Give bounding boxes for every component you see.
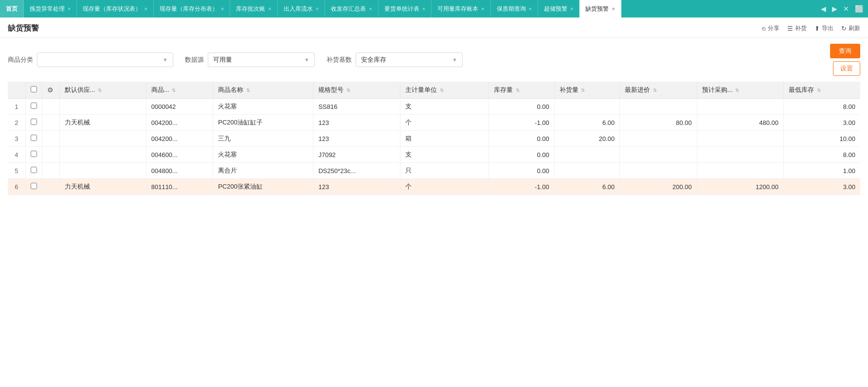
cell-code: 801110... xyxy=(146,179,213,195)
tab-order-stats[interactable]: 要货单统计表 × xyxy=(379,0,432,18)
cell-spec: 123 xyxy=(313,131,400,147)
datasource-value: 可用量 xyxy=(213,55,232,64)
cell-name: PC200油缸缸子 xyxy=(213,115,313,131)
cell-gear xyxy=(42,131,59,147)
table-row: 3004200...三九123箱0.0020.0010.00 xyxy=(8,131,860,147)
cell-check xyxy=(25,163,42,179)
sort-restock-icon[interactable]: ⇅ xyxy=(581,88,585,93)
table-container: ⚙ 默认供应... ⇅ 商品... ⇅ 商品名称 ⇅ 规 xyxy=(0,82,868,195)
category-select[interactable]: ▼ xyxy=(37,53,173,67)
refresh-button[interactable]: ↻ 刷新 xyxy=(841,24,860,33)
th-name: 商品名称 ⇅ xyxy=(213,82,313,99)
sort-spec-icon[interactable]: ⇅ xyxy=(346,88,350,93)
tab-collect-summary[interactable]: 收发存汇总表 × xyxy=(325,0,378,18)
cell-price xyxy=(620,131,697,147)
th-unit: 主计量单位 ⇅ xyxy=(400,82,488,99)
restock-base-select[interactable]: 安全库存 ▼ xyxy=(356,53,463,67)
row-checkbox[interactable] xyxy=(31,119,37,125)
select-all-checkbox[interactable] xyxy=(31,86,37,92)
category-label: 商品分类 xyxy=(8,55,33,64)
cell-gear xyxy=(42,147,59,163)
cell-spec: 123 xyxy=(313,115,400,131)
tab-close-shortage-warning[interactable]: × xyxy=(612,6,615,12)
table-header-row: ⚙ 默认供应... ⇅ 商品... ⇅ 商品名称 ⇅ 规 xyxy=(8,82,860,99)
tab-prev-button[interactable]: ◀ xyxy=(818,4,829,14)
tab-close-collect-summary[interactable]: × xyxy=(369,6,372,12)
cell-unit: 个 xyxy=(400,179,488,195)
cell-price xyxy=(620,99,697,115)
sort-name-icon[interactable]: ⇅ xyxy=(246,88,250,93)
sort-stock-icon[interactable]: ⇅ xyxy=(516,88,520,93)
row-checkbox[interactable] xyxy=(31,151,37,157)
tab-expand-button[interactable]: ⬜ xyxy=(852,4,866,14)
tab-expiry-query[interactable]: 保质期查询 × xyxy=(491,0,538,18)
cell-restock xyxy=(554,99,620,115)
tab-close-batch-account[interactable]: × xyxy=(268,6,271,12)
tab-close-order-stats[interactable]: × xyxy=(422,6,425,12)
tab-stock-dist[interactable]: 现存量（库存分布表） × xyxy=(154,0,230,18)
sort-forecast-icon[interactable]: ⇅ xyxy=(735,88,739,93)
cell-supplier: 力天机械 xyxy=(59,179,146,195)
table-body: 10000042火花塞SS816支0.008.002力天机械004200...P… xyxy=(8,99,860,195)
row-checkbox[interactable] xyxy=(31,103,37,109)
cell-forecast xyxy=(697,99,783,115)
cell-restock: 6.00 xyxy=(554,179,620,195)
th-check xyxy=(25,82,42,99)
tab-home[interactable]: 首页 xyxy=(0,0,24,18)
tab-batch-account[interactable]: 库存批次账 × xyxy=(230,0,277,18)
tab-stock-status[interactable]: 现存量（库存状况表） × xyxy=(77,0,153,18)
cell-unit: 箱 xyxy=(400,131,488,147)
cell-check xyxy=(25,179,42,195)
tab-available-ledger[interactable]: 可用量库存账本 × xyxy=(432,0,490,18)
export-button[interactable]: ⬆ 导出 xyxy=(814,24,833,33)
cell-name: 三九 xyxy=(213,131,313,147)
tab-inout-flow[interactable]: 出入库流水 × xyxy=(278,0,325,18)
row-checkbox[interactable] xyxy=(31,135,37,141)
tab-bar: 首页 拣货异常处理 × 现存量（库存状况表） × 现存量（库存分布表） × 库存… xyxy=(0,0,868,18)
tab-close-expiry-query[interactable]: × xyxy=(529,6,532,12)
cell-minstock: 3.00 xyxy=(783,115,860,131)
th-restock: 补货量 ⇅ xyxy=(554,82,620,99)
tab-shortage-warning[interactable]: 缺货预警 × xyxy=(579,0,621,18)
row-checkbox[interactable] xyxy=(31,167,37,173)
tab-close-stock-status[interactable]: × xyxy=(144,6,147,12)
settings-button[interactable]: 设置 xyxy=(833,61,860,76)
cell-supplier xyxy=(59,99,146,115)
cell-forecast: 1200.00 xyxy=(697,179,783,195)
sort-supplier-icon[interactable]: ⇅ xyxy=(98,88,102,93)
tab-close-stock-dist[interactable]: × xyxy=(221,6,224,12)
th-num xyxy=(8,82,25,99)
cell-unit: 只 xyxy=(400,163,488,179)
row-checkbox[interactable] xyxy=(31,183,37,189)
cell-minstock: 8.00 xyxy=(783,147,860,163)
page-title: 缺货预警 xyxy=(8,23,39,34)
cell-minstock: 10.00 xyxy=(783,131,860,147)
table-row: 5004800...离合片DS250*23c...只0.001.00 xyxy=(8,163,860,179)
cell-num: 2 xyxy=(8,115,25,131)
cell-name: 离合片 xyxy=(213,163,313,179)
tab-close-overstock-warning[interactable]: × xyxy=(570,6,573,12)
tab-overstock-warning[interactable]: 超储预警 × xyxy=(538,0,579,18)
sort-price-icon[interactable]: ⇅ xyxy=(653,88,657,93)
tab-close-all-button[interactable]: ✕ xyxy=(840,4,852,14)
share-button[interactable]: ⎋ 分享 xyxy=(762,24,779,33)
sort-code-icon[interactable]: ⇅ xyxy=(172,88,176,93)
tab-next-button[interactable]: ▶ xyxy=(829,4,840,14)
cell-supplier xyxy=(59,163,146,179)
tab-defect-processing[interactable]: 拣货异常处理 × xyxy=(24,0,77,18)
filter-area: 商品分类 ▼ 数据源 可用量 ▼ 补货基数 安全库存 ▼ 查询 设置 xyxy=(0,38,868,82)
tab-close-available-ledger[interactable]: × xyxy=(481,6,484,12)
cell-code: 004200... xyxy=(146,115,213,131)
restock-button[interactable]: ☰ 补货 xyxy=(787,24,807,33)
cell-name: 火花塞 xyxy=(213,147,313,163)
tab-close-defect-processing[interactable]: × xyxy=(68,6,71,12)
tab-close-inout-flow[interactable]: × xyxy=(316,6,319,12)
gear-settings-icon[interactable]: ⚙ xyxy=(47,86,54,94)
sort-minstock-icon[interactable]: ⇅ xyxy=(817,88,821,93)
cell-stock: 0.00 xyxy=(489,147,555,163)
sort-unit-icon[interactable]: ⇅ xyxy=(440,88,444,93)
cell-restock: 6.00 xyxy=(554,115,620,131)
query-button[interactable]: 查询 xyxy=(830,44,860,58)
datasource-select[interactable]: 可用量 ▼ xyxy=(208,53,315,67)
cell-name: PC200张紧油缸 xyxy=(213,179,313,195)
